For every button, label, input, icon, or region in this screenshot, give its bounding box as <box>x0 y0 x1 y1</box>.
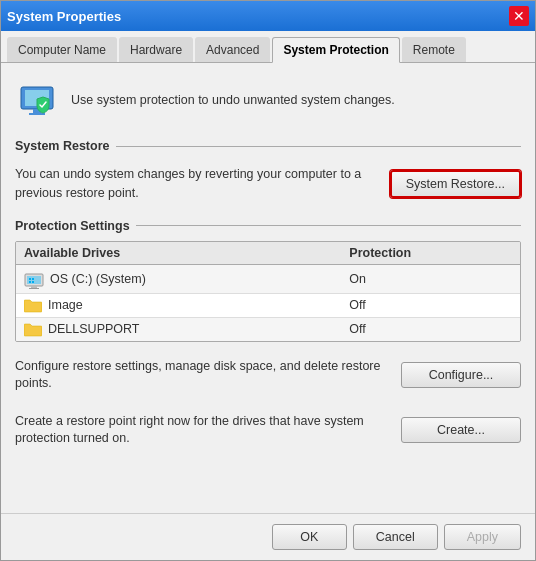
tab-hardware[interactable]: Hardware <box>119 37 193 62</box>
col-header-protection: Protection <box>349 246 512 260</box>
dellsupport-drive-name: DELLSUPPORT <box>48 322 139 336</box>
protection-settings-title: Protection Settings <box>15 219 521 233</box>
svg-rect-6 <box>31 286 37 288</box>
tab-system-protection[interactable]: System Protection <box>272 37 399 63</box>
title-bar: System Properties ✕ <box>1 1 535 31</box>
os-protection-status: On <box>349 272 512 286</box>
shield-icon <box>15 79 59 123</box>
configure-description: Configure restore settings, manage disk … <box>15 358 391 393</box>
header-description: Use system protection to undo unwanted s… <box>71 92 395 110</box>
system-properties-window: System Properties ✕ Computer Name Hardwa… <box>0 0 536 561</box>
create-button[interactable]: Create... <box>401 417 521 443</box>
system-restore-title: System Restore <box>15 139 521 153</box>
svg-rect-7 <box>29 288 39 289</box>
tab-content: Use system protection to undo unwanted s… <box>1 63 535 513</box>
svg-rect-9 <box>29 278 31 280</box>
tabs-container: Computer Name Hardware Advanced System P… <box>1 31 535 63</box>
svg-rect-11 <box>29 281 31 283</box>
os-drive-icon <box>24 269 44 289</box>
window-title: System Properties <box>7 9 121 24</box>
table-row[interactable]: OS (C:) (System) On <box>16 265 520 294</box>
folder-icon-dellsupport <box>24 322 42 337</box>
col-header-drive: Available Drives <box>24 246 349 260</box>
drive-cell-os: OS (C:) (System) <box>24 269 349 289</box>
dellsupport-protection-status: Off <box>349 322 512 336</box>
folder-icon-image <box>24 298 42 313</box>
configure-button[interactable]: Configure... <box>401 362 521 388</box>
table-row[interactable]: DELLSUPPORT Off <box>16 318 520 341</box>
create-description: Create a restore point right now for the… <box>15 413 391 448</box>
close-button[interactable]: ✕ <box>509 6 529 26</box>
svg-rect-10 <box>32 278 34 280</box>
cancel-button[interactable]: Cancel <box>353 524 438 550</box>
drive-cell-dellsupport: DELLSUPPORT <box>24 322 349 337</box>
os-drive-name: OS (C:) (System) <box>50 272 146 286</box>
system-restore-section: System Restore You can undo system chang… <box>15 139 521 207</box>
ok-button[interactable]: OK <box>272 524 347 550</box>
bottom-buttons: OK Cancel Apply <box>1 513 535 560</box>
create-row: Create a restore point right now for the… <box>15 409 521 452</box>
drive-cell-image: Image <box>24 298 349 313</box>
image-drive-name: Image <box>48 298 83 312</box>
table-row[interactable]: Image Off <box>16 294 520 318</box>
image-protection-status: Off <box>349 298 512 312</box>
header-section: Use system protection to undo unwanted s… <box>15 75 521 127</box>
system-restore-description: You can undo system changes by reverting… <box>15 165 380 203</box>
table-header: Available Drives Protection <box>16 242 520 265</box>
tab-advanced[interactable]: Advanced <box>195 37 270 62</box>
system-restore-row: You can undo system changes by reverting… <box>15 161 521 207</box>
apply-button[interactable]: Apply <box>444 524 521 550</box>
protection-table: Available Drives Protection <box>15 241 521 342</box>
tab-computer-name[interactable]: Computer Name <box>7 37 117 62</box>
svg-rect-12 <box>32 281 34 283</box>
configure-row: Configure restore settings, manage disk … <box>15 354 521 397</box>
protection-settings-section: Protection Settings Available Drives Pro… <box>15 219 521 342</box>
tab-remote[interactable]: Remote <box>402 37 466 62</box>
system-restore-button[interactable]: System Restore... <box>390 170 521 198</box>
